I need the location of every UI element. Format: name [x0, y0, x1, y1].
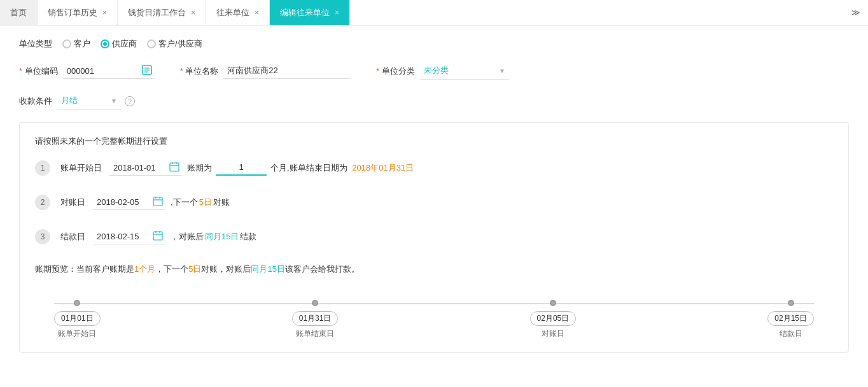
unit-category-arrow-icon: ▼: [499, 67, 505, 74]
tab-counterparty[interactable]: 往来单位 ×: [206, 0, 270, 25]
payment-select[interactable]: 月结 ▼: [57, 92, 121, 109]
timeline-track: [54, 303, 814, 304]
timeline-label-3: 结款日: [780, 328, 802, 339]
timeline-node-3: 02月15日 结款日: [767, 290, 814, 339]
reconcile-date-row: 2 对账日 ,下一个5日对账: [35, 195, 833, 210]
timeline-dot-2: [550, 300, 556, 306]
unit-name-field: 单位名称: [180, 64, 351, 79]
preview-text: 账期预览：当前客户账期是1个月，下一个5日对账，对账后同月15日该客户会给我打款…: [35, 264, 833, 275]
timeline: 01月01日 账单开始日 01月31日 账单结束日 02月05日 对账日 02月…: [35, 290, 833, 339]
unit-code-field: 单位编码: [19, 64, 155, 79]
radio-customer[interactable]: 客户: [62, 38, 90, 50]
tab-home[interactable]: 首页: [0, 0, 38, 25]
payment-row: 收款条件 月结 ▼ ?: [19, 92, 849, 109]
timeline-pill-0: 01月01日: [54, 311, 101, 326]
payment-date-calendar-icon[interactable]: [150, 230, 165, 243]
timeline-pill-1: 01月31日: [292, 311, 339, 326]
radio-customer-supplier[interactable]: 客户/供应商: [147, 38, 202, 50]
payment-field: 收款条件 月结 ▼ ?: [19, 92, 135, 109]
unit-code-search-icon[interactable]: [139, 65, 155, 77]
reconcile-desc: ,下一个5日对账: [171, 197, 230, 208]
payment-date-input[interactable]: [93, 229, 150, 244]
unit-code-input[interactable]: [63, 64, 139, 78]
tab-edit-counterparty[interactable]: 编辑往来单位 ×: [270, 0, 350, 25]
row-num-3: 3: [35, 229, 50, 244]
main-content: 单位类型 客户 供应商 客户/供应商 单位编码: [0, 25, 868, 387]
reconcile-date-calendar-icon[interactable]: [150, 196, 165, 208]
timeline-nodes: 01月01日 账单开始日 01月31日 账单结束日 02月05日 对账日 02月…: [54, 290, 814, 339]
svg-rect-8: [153, 197, 162, 206]
unit-type-field: 单位类型 客户 供应商 客户/供应商: [19, 38, 202, 50]
start-date-period-label: 账期为: [187, 162, 212, 174]
period-settings-section: 请按照未来的一个完整帐期进行设置 1 账单开始日 账期为 个月,账单结束日期为 …: [19, 122, 849, 353]
tab-close-cash-workbench[interactable]: ×: [191, 8, 195, 17]
timeline-node-2: 02月05日 对账日: [530, 290, 577, 339]
radio-supplier-circle: [101, 39, 109, 48]
tab-sales-history[interactable]: 销售订单历史 ×: [38, 0, 118, 25]
row-num-1: 1: [35, 160, 50, 176]
svg-rect-12: [153, 232, 162, 240]
period-value-input[interactable]: [216, 160, 267, 176]
row-num-2: 2: [35, 195, 50, 210]
radio-customer-supplier-circle: [147, 39, 156, 48]
unit-category-field: 单位分类 未分类 ▼: [376, 62, 509, 80]
tab-close-sales-history[interactable]: ×: [102, 8, 107, 17]
timeline-label-2: 对账日: [542, 328, 564, 339]
tab-cash-workbench[interactable]: 钱货日清工作台 ×: [118, 0, 206, 25]
reconcile-date-input-wrap: [93, 195, 165, 210]
unit-category-label: 单位分类: [376, 66, 415, 77]
tab-expand-button[interactable]: ≫: [844, 0, 868, 25]
timeline-node-1: 01月31日 账单结束日: [292, 290, 339, 339]
start-date-label: 账单开始日: [60, 162, 102, 174]
timeline-dot-3: [788, 300, 794, 306]
payment-date-row: 3 结款日 ，对账后同月15日结款: [35, 229, 833, 244]
payment-date-desc: ，对账后同月15日结款: [171, 231, 256, 243]
timeline-dot-0: [74, 300, 80, 306]
reconcile-date-label: 对账日: [60, 197, 85, 208]
payment-date-label: 结款日: [60, 231, 85, 243]
svg-rect-4: [170, 163, 179, 171]
unit-info-row: 单位编码 单位名称 单位分类 未分类 ▼: [19, 62, 849, 80]
payment-arrow-icon: ▼: [111, 97, 117, 104]
reconcile-date-input[interactable]: [93, 195, 150, 209]
start-date-input-wrap: [109, 160, 182, 176]
period-end-desc: 个月,账单结束日期为 2018年01月31日: [270, 162, 414, 174]
unit-type-row: 单位类型 客户 供应商 客户/供应商: [19, 38, 849, 50]
start-date-calendar-icon[interactable]: [167, 162, 182, 174]
payment-label: 收款条件: [19, 95, 52, 107]
section-title: 请按照未来的一个完整帐期进行设置: [35, 136, 833, 147]
payment-help-icon[interactable]: ?: [125, 96, 135, 106]
timeline-pill-3: 02月15日: [767, 311, 814, 326]
start-date-input[interactable]: [109, 160, 167, 175]
tab-close-counterparty[interactable]: ×: [255, 8, 259, 17]
timeline-label-1: 账单结束日: [296, 328, 334, 339]
tab-bar: 首页 销售订单历史 × 钱货日清工作台 × 往来单位 × 编辑往来单位 × ≫: [0, 0, 868, 25]
radio-customer-circle: [62, 39, 71, 48]
timeline-label-0: 账单开始日: [58, 328, 96, 339]
radio-supplier[interactable]: 供应商: [101, 38, 137, 50]
unit-type-radio-group: 客户 供应商 客户/供应商: [62, 38, 202, 50]
unit-category-select[interactable]: 未分类 ▼: [420, 62, 509, 80]
unit-type-label: 单位类型: [19, 38, 52, 50]
unit-name-input[interactable]: [223, 64, 351, 79]
start-date-row: 1 账单开始日 账期为 个月,账单结束日期为 2018年01月31日: [35, 160, 833, 176]
tab-close-edit-counterparty[interactable]: ×: [335, 8, 339, 17]
timeline-pill-2: 02月05日: [530, 311, 577, 326]
unit-code-input-wrap: [63, 64, 155, 79]
timeline-node-0: 01月01日 账单开始日: [54, 290, 101, 339]
payment-date-input-wrap: [93, 229, 165, 244]
unit-code-label: 单位编码: [19, 66, 58, 77]
timeline-dot-1: [312, 300, 318, 306]
unit-name-label: 单位名称: [180, 66, 219, 77]
